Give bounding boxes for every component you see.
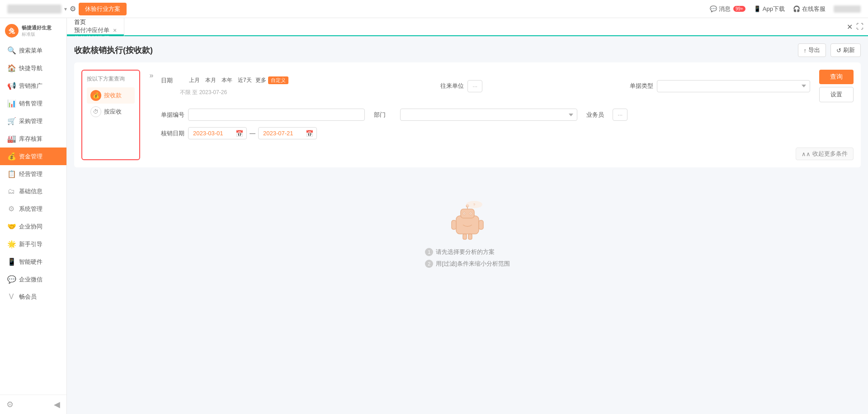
writeoff-date-label: 核销日期 — [161, 129, 184, 138]
svg-text:兔: 兔 — [8, 27, 15, 34]
enterprise-icon: 🤝 — [7, 222, 15, 231]
sidebar-item-label: 新手引导 — [19, 240, 42, 248]
sidebar-item-label: 搜索菜单 — [19, 47, 42, 55]
sidebar-item-label: 系统管理 — [19, 205, 42, 213]
empty-tip-1: 1 请先选择要分析的方案 — [425, 246, 509, 258]
sidebar-item-finance[interactable]: 💰 资金管理 — [0, 148, 66, 165]
writeoff-date-start-input[interactable] — [188, 127, 247, 139]
date-hint: 不限 至 2023-07-26 — [180, 89, 227, 95]
sidebar-item-marketing[interactable]: 📢 营销推广 — [0, 77, 66, 95]
online-service-button[interactable]: 🎧 在线客服 — [793, 5, 826, 13]
brand-logo-icon: 兔 — [5, 24, 19, 38]
marketing-icon: 📢 — [7, 81, 15, 90]
date-this-month[interactable]: 本月 — [203, 76, 218, 85]
collapse-more-button[interactable]: ∧∧ 收起更多条件 — [796, 148, 854, 160]
sidebar-item-label: 采购管理 — [19, 117, 42, 125]
filter-option-by-receivable[interactable]: ⏱ 按应收 — [87, 104, 135, 120]
salesperson-label: 业务员 — [586, 111, 609, 119]
sidebar-item-quick-nav[interactable]: 🏠 快捷导航 — [0, 59, 66, 77]
page-header-actions: ↑ 导出 ↺ 刷新 — [798, 43, 861, 57]
tab-prepay[interactable]: 预付冲应付单× — [67, 26, 124, 34]
svg-text:?: ? — [473, 203, 475, 206]
collapse-sidebar-icon[interactable]: ◀ — [54, 400, 60, 409]
refresh-button[interactable]: ↺ 刷新 — [830, 43, 861, 57]
sidebar-item-basic[interactable]: 🗂 基础信息 — [0, 183, 66, 200]
filter-sidebar-title: 按以下方案查询 — [87, 75, 135, 83]
purchase-icon: 🛒 — [7, 117, 15, 125]
filter-option-by-receipt[interactable]: 💰 按收款 — [87, 87, 135, 104]
chevron-down-icon[interactable]: ▾ — [64, 6, 67, 12]
app-download-button[interactable]: 📱 App下载 — [754, 5, 785, 13]
sidebar-item-hardware[interactable]: 📱 智能硬件 — [0, 253, 66, 271]
brand-name: 畅捷通好生意 标准版 — [22, 24, 52, 38]
empty-tips: 1 请先选择要分析的方案 2 用[过滤]条件来缩小分析范围 — [425, 246, 509, 270]
query-button[interactable]: 查询 — [819, 70, 854, 84]
search-icon: 🔍 — [7, 46, 15, 55]
sidebar-item-label: 销售管理 — [19, 100, 42, 108]
sidebar-item-label: 企业微信 — [19, 276, 42, 284]
date-last-7days[interactable]: 近7天 — [236, 76, 254, 85]
sidebar-item-label: 库存核算 — [19, 135, 42, 143]
date-this-year[interactable]: 本年 — [220, 76, 234, 85]
collapse-up-icon: ∧∧ — [802, 151, 811, 157]
content-area: 首页预付冲应付单×收款核销执行× ✕ ⛶ 收款核销执行(按收款) ↑ 导出 ↺ — [67, 18, 868, 414]
settings-button[interactable]: 设置 — [819, 87, 854, 102]
sidebar-item-member[interactable]: V 畅会员 — [0, 288, 66, 305]
user-avatar-blurred — [834, 5, 861, 13]
industry-solution-button[interactable]: 休验行业方案 — [79, 3, 127, 15]
sidebar-item-sales[interactable]: 📊 销售管理 — [0, 95, 66, 112]
export-button[interactable]: ↑ 导出 — [798, 43, 826, 57]
salesperson-dots-btn[interactable]: ··· — [613, 109, 627, 121]
sales-icon: 📊 — [7, 99, 15, 108]
basic-icon: 🗂 — [7, 187, 15, 195]
close-tab-icon[interactable]: ✕ — [847, 23, 853, 31]
sidebar-item-inventory[interactable]: 🏭 库存核算 — [0, 130, 66, 148]
sidebar-item-search[interactable]: 🔍 搜索菜单 — [0, 42, 66, 59]
date-custom-tag[interactable]: 自定义 — [268, 76, 288, 84]
dept-select[interactable] — [400, 109, 578, 121]
counterpart-dots-btn[interactable]: ··· — [467, 80, 482, 92]
sidebar-item-label: 营销推广 — [19, 82, 42, 90]
settings-icon[interactable]: ⚙ — [6, 400, 14, 409]
empty-tip-2: 2 用[过滤]条件来缩小分析范围 — [425, 258, 509, 270]
svg-rect-12 — [452, 220, 456, 229]
member-icon: V — [7, 293, 15, 301]
query-btn-area: 查询 设置 — [819, 70, 854, 102]
sidebar-item-guide[interactable]: 🌟 新手引导 — [0, 235, 66, 253]
writeoff-date-end-input[interactable] — [258, 127, 317, 139]
date-filter-group: 日期 上月 本月 本年 近7天 更多 自定义 — [161, 76, 431, 96]
date-last-month[interactable]: 上月 — [187, 76, 202, 85]
filter-row-3: 核销日期 📅 — 📅 — [161, 127, 854, 139]
sidebar-item-wechat[interactable]: 💬 企业微信 — [0, 271, 66, 288]
system-icon: ⚙ — [7, 205, 15, 213]
sidebar-item-purchase[interactable]: 🛒 采购管理 — [0, 112, 66, 130]
empty-state: ? 1 请先选择要分析的方案 2 用[过滤]条件来缩小分析范围 — [74, 173, 861, 288]
sidebar-item-label: 快捷导航 — [19, 64, 42, 72]
message-badge: 99+ — [733, 6, 745, 12]
tabs-container: 首页预付冲应付单×收款核销执行× — [67, 18, 124, 35]
service-icon: 🎧 — [793, 5, 800, 12]
doc-no-input[interactable] — [188, 109, 365, 121]
filter-option-label-by-receivable: 按应收 — [104, 108, 122, 116]
tab-close-prepay[interactable]: × — [113, 27, 117, 34]
tip-num-1: 1 — [425, 248, 433, 256]
date-more[interactable]: 更多 — [255, 76, 266, 84]
sidebar-item-label: 基础信息 — [19, 187, 42, 195]
sidebar-nav: 🔍 搜索菜单 🏠 快捷导航 📢 营销推广 📊 销售管理 🛒 采购管理 🏭 库存核… — [0, 42, 66, 305]
sidebar-item-operations[interactable]: 📋 经营管理 — [0, 165, 66, 183]
date-label: 日期 — [161, 76, 184, 85]
by-receipt-icon: 💰 — [90, 90, 101, 101]
collapse-filter-btn[interactable]: » — [147, 71, 156, 80]
expand-icon[interactable]: ⛶ — [856, 23, 863, 31]
message-button[interactable]: 💬 消息 99+ — [710, 5, 745, 13]
doc-type-select[interactable] — [657, 80, 810, 92]
sidebar-item-label: 经营管理 — [19, 170, 42, 178]
tab-home[interactable]: 首页 — [67, 18, 124, 26]
sidebar-item-enterprise[interactable]: 🤝 企业协同 — [0, 218, 66, 235]
sidebar-item-label: 智能硬件 — [19, 258, 42, 266]
wechat-icon: 💬 — [7, 275, 15, 284]
gear-icon[interactable]: ⚙ — [70, 5, 76, 13]
sidebar-logo: 兔 畅捷通好生意 标准版 — [0, 18, 66, 42]
page-header: 收款核销执行(按收款) ↑ 导出 ↺ 刷新 — [74, 43, 861, 57]
sidebar-item-system[interactable]: ⚙ 系统管理 — [0, 200, 66, 218]
